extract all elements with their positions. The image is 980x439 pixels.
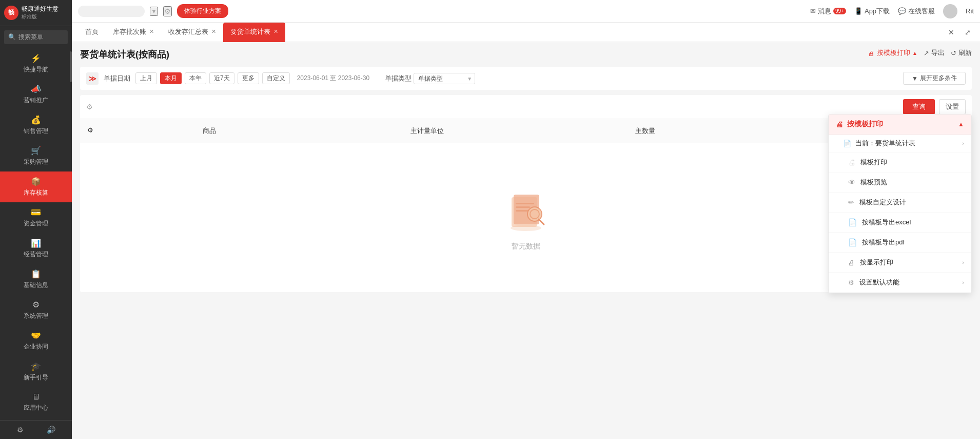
- dropdown-item-template-custom[interactable]: ✏ 模板自定义设计: [829, 193, 971, 213]
- sidebar-item-quick-nav[interactable]: ⚡ 快捷导航: [0, 48, 72, 79]
- sidebar-item-sales[interactable]: 💰 销售管理: [0, 110, 72, 141]
- current-template-icon: 📄: [843, 140, 851, 147]
- dropdown-item-template-print[interactable]: 🖨 模板打印: [829, 152, 971, 173]
- dropdown-item-display-print[interactable]: 🖨 按显示打印 ›: [829, 253, 971, 273]
- search-menu-button[interactable]: 🔍 搜索菜单: [4, 30, 68, 44]
- dropdown-title: 按模板打印: [847, 120, 883, 129]
- app-logo: 畅 畅康通好生意 标准版: [0, 0, 72, 26]
- tab-inventory-batch[interactable]: 库存批次账 ✕: [106, 23, 161, 42]
- topbar: ▼ ⚙ 体验行业方案 ✉ 消息 99+ 📱 App下载 💬 在线客服 Rit: [72, 0, 980, 23]
- tab-close-order-stats[interactable]: ✕: [273, 28, 278, 35]
- messages-action[interactable]: ✉ 消息 99+: [810, 7, 846, 16]
- dropdown-item-export-excel[interactable]: 📄 按模板导出excel: [829, 213, 971, 233]
- sidebar-search-area: 🔍 搜索菜单: [0, 26, 72, 48]
- empty-illustration: [500, 184, 552, 236]
- dropdown-current-section: 📄 当前：要货单统计表 ›: [829, 135, 971, 152]
- tab-order-stats[interactable]: 要货单统计表 ✕: [223, 23, 285, 42]
- sidebar-item-marketing[interactable]: 📣 营销推广: [0, 79, 72, 110]
- topbar-gear-button[interactable]: ⚙: [163, 6, 172, 16]
- date-btn-last-month[interactable]: 上月: [135, 72, 157, 84]
- sidebar-item-label: 应用中心: [24, 404, 48, 412]
- sidebar-item-label: 库存核算: [24, 188, 48, 197]
- sidebar-item-system[interactable]: ⚙ 系统管理: [0, 295, 72, 326]
- dropdown-item-label: 模板预览: [860, 178, 887, 187]
- table-settings-icon[interactable]: ⚙: [86, 103, 93, 111]
- print-icon: 🖨: [868, 49, 875, 57]
- tab-receipts-summary[interactable]: 收发存汇总表 ✕: [161, 23, 223, 42]
- sidebar: 畅 畅康通好生意 标准版 🔍 搜索菜单 ⚡ 快捷导航 📣 营销推广 💰 销售管理…: [0, 0, 72, 439]
- empty-text: 暂无数据: [512, 242, 540, 251]
- dropdown-item-label: 按模板导出pdf: [862, 238, 905, 247]
- set-default-icon: ⚙: [848, 279, 854, 287]
- sidebar-item-basic[interactable]: 📋 基础信息: [0, 264, 72, 295]
- dropdown-item-label: 模板自定义设计: [859, 198, 906, 207]
- date-btn-7days[interactable]: 近7天: [209, 72, 234, 84]
- refresh-icon: ↺: [951, 49, 956, 57]
- dropdown-item-export-pdf[interactable]: 📄 按模板导出pdf: [829, 233, 971, 253]
- date-btn-this-month[interactable]: 本月: [160, 72, 182, 84]
- sales-icon: 💰: [31, 115, 41, 125]
- username[interactable]: Rit: [966, 7, 974, 15]
- display-print-icon: 🖨: [848, 259, 855, 266]
- sidebar-item-cooperation[interactable]: 🤝 企业协同: [0, 326, 72, 356]
- expand-more-button[interactable]: ▼ 展开更多条件: [903, 72, 966, 85]
- order-type-select[interactable]: 单据类型: [414, 73, 475, 84]
- order-type-label: 单据类型: [385, 74, 411, 83]
- sidebar-item-finance[interactable]: 💳 资金管理: [0, 202, 72, 233]
- online-service-action[interactable]: 💬 在线客服: [898, 7, 935, 16]
- date-filter-label: 单据日期: [104, 74, 130, 83]
- app-center-icon: 🖥: [32, 392, 40, 402]
- sidebar-item-purchase[interactable]: 🛒 采购管理: [0, 141, 72, 171]
- app-download-action[interactable]: 📱 App下载: [854, 7, 890, 16]
- operations-icon: 📊: [31, 238, 41, 248]
- date-btn-more[interactable]: 更多: [238, 72, 259, 84]
- refresh-button[interactable]: ↺ 刷新: [951, 48, 972, 58]
- topbar-actions: ✉ 消息 99+ 📱 App下载 💬 在线客服 Rit: [810, 4, 974, 18]
- dropdown-item-set-default[interactable]: ⚙ 设置默认功能 ›: [829, 273, 971, 293]
- sidebar-item-label: 资金管理: [24, 219, 48, 228]
- tab-expand-button[interactable]: ⤢: [962, 26, 974, 39]
- dropdown-item-template-preview[interactable]: 👁 模板预览: [829, 173, 971, 193]
- topbar-search-input[interactable]: [78, 6, 145, 17]
- sidebar-item-operations[interactable]: 📊 经营管理: [0, 233, 72, 264]
- tab-home[interactable]: 首页: [78, 23, 106, 42]
- svg-rect-4: [516, 206, 530, 208]
- print-template-button[interactable]: 🖨 按模板打印 ▲: [868, 48, 917, 58]
- column-settings-icon[interactable]: ⚙: [87, 126, 93, 134]
- trial-button[interactable]: 体验行业方案: [177, 4, 228, 18]
- tab-close-button[interactable]: ✕: [945, 26, 957, 39]
- export-icon: ↗: [924, 49, 929, 57]
- expand-down-icon: ▼: [912, 75, 918, 82]
- filter-expand-button[interactable]: ≫: [86, 72, 99, 85]
- settings-button[interactable]: 设置: [939, 99, 966, 114]
- finance-icon: 💳: [31, 207, 41, 217]
- sidebar-item-inventory[interactable]: 📦 库存核算: [0, 171, 72, 202]
- sidebar-item-app-center[interactable]: 🖥 应用中心: [0, 387, 72, 417]
- export-button[interactable]: ↗ 导出: [924, 48, 945, 58]
- th-quantity: 主数量: [536, 123, 754, 139]
- sidebar-item-label: 经营管理: [24, 250, 48, 259]
- tab-close-receipts-summary[interactable]: ✕: [211, 28, 216, 35]
- dropdown-collapse-icon[interactable]: ▲: [958, 121, 964, 128]
- tab-close-inventory-batch[interactable]: ✕: [149, 28, 154, 35]
- date-btn-custom[interactable]: 自定义: [262, 72, 290, 84]
- date-btn-this-year[interactable]: 本年: [185, 72, 206, 84]
- sidebar-audio-button[interactable]: 🔊: [47, 426, 55, 434]
- quick-nav-icon: ⚡: [31, 53, 41, 63]
- sidebar-item-newbie[interactable]: 🎓 新手引导: [0, 356, 72, 387]
- date-buttons: 上月 本月 本年 近7天 更多 自定义: [135, 72, 290, 84]
- svg-line-8: [539, 219, 544, 224]
- avatar[interactable]: [943, 4, 957, 18]
- sidebar-settings-button[interactable]: ⚙: [17, 426, 24, 434]
- export-pdf-icon: 📄: [848, 238, 857, 246]
- service-icon: 💬: [898, 7, 906, 15]
- purchase-icon: 🛒: [31, 146, 41, 156]
- topbar-chevron-button[interactable]: ▼: [150, 7, 158, 16]
- th-unit: 主计量单位: [319, 123, 537, 139]
- sidebar-item-label: 系统管理: [24, 312, 48, 320]
- marketing-icon: 📣: [31, 84, 41, 94]
- display-print-chevron-icon: ›: [962, 259, 964, 265]
- page-actions: 🖨 按模板打印 ▲ ↗ 导出 ↺ 刷新: [868, 48, 972, 58]
- query-button[interactable]: 查询: [903, 99, 935, 114]
- export-excel-icon: 📄: [848, 218, 857, 226]
